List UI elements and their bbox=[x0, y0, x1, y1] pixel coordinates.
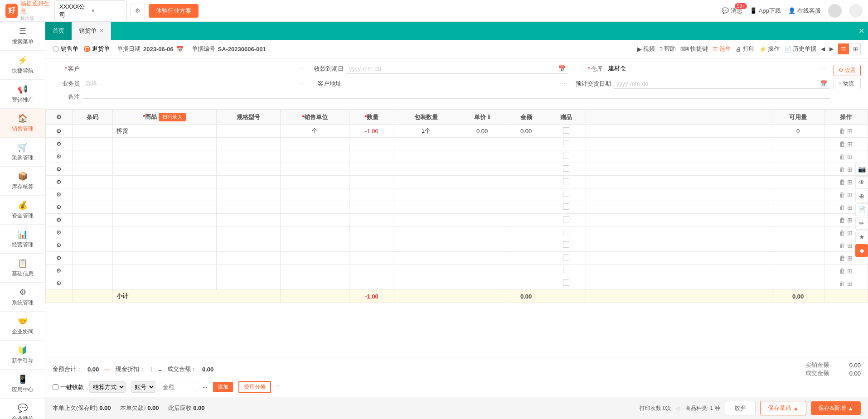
row-gift[interactable] bbox=[546, 265, 586, 277]
row-quantity[interactable] bbox=[349, 214, 394, 226]
copy-icon[interactable]: ⊞ bbox=[847, 166, 853, 173]
radio-return[interactable]: 退货单 bbox=[84, 45, 110, 53]
one-click-pay-checkbox[interactable]: 一键收款 bbox=[53, 383, 84, 391]
list-view-button[interactable]: ☰ bbox=[838, 43, 849, 54]
row-barcode[interactable] bbox=[73, 214, 112, 226]
delivery-date-input[interactable]: yyyy-mm-dd 📅 bbox=[614, 79, 830, 89]
row-notes[interactable] bbox=[586, 163, 772, 176]
row-quantity[interactable] bbox=[349, 239, 394, 252]
logistics-button[interactable]: + 物流 bbox=[834, 78, 861, 89]
help-button[interactable]: ? 帮助 bbox=[659, 45, 676, 53]
row-gift[interactable] bbox=[546, 201, 586, 214]
row-price[interactable] bbox=[458, 226, 506, 239]
row-unit[interactable] bbox=[281, 138, 349, 150]
customer-input[interactable]: ··· bbox=[82, 63, 307, 74]
row-unit[interactable] bbox=[281, 188, 349, 201]
company-selector[interactable]: XXXXX公司 ▾ bbox=[54, 0, 127, 21]
row-price[interactable] bbox=[458, 201, 506, 214]
row-pack-qty[interactable] bbox=[394, 226, 458, 239]
delete-icon[interactable]: 🗑 bbox=[839, 166, 845, 173]
row-spec[interactable] bbox=[216, 239, 281, 252]
row-spec[interactable] bbox=[216, 201, 281, 214]
row-notes[interactable] bbox=[586, 252, 772, 265]
row-settings-icon[interactable]: ⚙ bbox=[46, 201, 73, 214]
float-camera-button[interactable]: 📷 bbox=[855, 163, 868, 175]
delete-icon[interactable]: 🗑 bbox=[839, 191, 845, 198]
delete-icon[interactable]: 🗑 bbox=[839, 280, 845, 287]
copy-icon[interactable]: ⊞ bbox=[847, 242, 853, 249]
float-eye-button[interactable]: 👁 bbox=[855, 176, 868, 189]
row-unit[interactable] bbox=[281, 226, 349, 239]
sidebar-item-wechat[interactable]: 💬 企业微信 bbox=[0, 399, 45, 419]
row-spec[interactable] bbox=[216, 176, 281, 188]
message-button[interactable]: 💬 消息 99+ bbox=[722, 7, 742, 15]
row-quantity[interactable] bbox=[349, 226, 394, 239]
row-amount[interactable] bbox=[506, 252, 546, 265]
amount-input[interactable] bbox=[161, 382, 197, 392]
settings-button[interactable]: ⚙ 设置 bbox=[834, 65, 861, 76]
row-unit[interactable] bbox=[281, 277, 349, 290]
row-spec[interactable] bbox=[216, 163, 281, 176]
row-price[interactable] bbox=[458, 138, 506, 150]
row-price[interactable] bbox=[458, 214, 506, 226]
sidebar-item-basic[interactable]: 📋 基础信息 bbox=[0, 254, 45, 283]
add-payment-button[interactable]: 添加 bbox=[213, 382, 233, 392]
delete-icon[interactable]: 🗑 bbox=[839, 204, 845, 211]
row-amount[interactable] bbox=[506, 176, 546, 188]
customer-address-input[interactable]: ··· bbox=[344, 78, 568, 89]
row-gift[interactable] bbox=[546, 252, 586, 265]
row-product[interactable]: 拆货 bbox=[112, 125, 216, 138]
row-quantity[interactable] bbox=[349, 201, 394, 214]
sidebar-item-sales[interactable]: 🏠 销售管理 bbox=[0, 109, 45, 138]
row-quantity[interactable] bbox=[349, 163, 394, 176]
row-pack-qty[interactable] bbox=[394, 138, 458, 150]
select-button[interactable]: ☰ 选单 bbox=[713, 45, 731, 53]
avatar2[interactable] bbox=[849, 4, 863, 18]
copy-icon[interactable]: ⊞ bbox=[847, 127, 853, 135]
delete-icon[interactable]: 🗑 bbox=[839, 127, 845, 135]
row-gift[interactable] bbox=[546, 277, 586, 290]
remark-input[interactable] bbox=[82, 96, 830, 99]
row-barcode[interactable] bbox=[73, 125, 112, 138]
video-button[interactable]: ▶ 视频 bbox=[637, 45, 655, 53]
delete-icon[interactable]: 🗑 bbox=[839, 178, 845, 186]
calendar-icon[interactable]: 📅 bbox=[176, 46, 184, 53]
row-barcode[interactable] bbox=[73, 252, 112, 265]
row-quantity[interactable] bbox=[349, 277, 394, 290]
row-gift[interactable] bbox=[546, 214, 586, 226]
row-unit[interactable]: 个 bbox=[281, 125, 349, 138]
row-pack-qty[interactable] bbox=[394, 239, 458, 252]
radio-sales[interactable]: 销售单 bbox=[53, 45, 78, 53]
row-amount[interactable] bbox=[506, 239, 546, 252]
delete-icon[interactable]: 🗑 bbox=[839, 229, 845, 236]
scan-button[interactable]: 扫码录入 bbox=[159, 113, 186, 121]
sidebar-item-search[interactable]: ☰ 搜索菜单 bbox=[0, 22, 45, 51]
settings-icon[interactable]: ⚙ bbox=[131, 4, 145, 18]
row-price[interactable] bbox=[458, 239, 506, 252]
float-edit-button[interactable]: ✏ bbox=[855, 217, 868, 230]
warehouse-dots-icon[interactable]: ··· bbox=[821, 64, 827, 72]
address-dots-icon[interactable]: ··· bbox=[559, 79, 565, 87]
sidebar-item-shortcut[interactable]: ⚡ 快捷导航 bbox=[0, 51, 45, 80]
row-quantity[interactable] bbox=[349, 252, 394, 265]
payment-calendar-icon[interactable]: 📅 bbox=[558, 65, 566, 72]
row-unit[interactable] bbox=[281, 150, 349, 163]
sidebar-item-operations[interactable]: 📊 经营管理 bbox=[0, 225, 45, 254]
row-pack-qty[interactable] bbox=[394, 163, 458, 176]
row-unit[interactable] bbox=[281, 163, 349, 176]
row-notes[interactable] bbox=[586, 239, 772, 252]
salesperson-input[interactable]: 选择... ··· bbox=[82, 78, 307, 89]
row-amount[interactable] bbox=[506, 163, 546, 176]
row-unit[interactable] bbox=[281, 265, 349, 277]
row-settings-icon[interactable]: ⚙ bbox=[46, 150, 73, 163]
row-unit[interactable] bbox=[281, 252, 349, 265]
copy-icon[interactable]: ⊞ bbox=[847, 267, 853, 275]
prev-button[interactable]: ◀ bbox=[821, 46, 825, 52]
row-barcode[interactable] bbox=[73, 226, 112, 239]
row-notes[interactable] bbox=[586, 277, 772, 290]
row-settings-icon[interactable]: ⚙ bbox=[46, 163, 73, 176]
history-button[interactable]: 📄 历史单据 bbox=[784, 45, 816, 53]
row-product[interactable] bbox=[112, 265, 216, 277]
warehouse-input[interactable]: 建材仓 ··· bbox=[606, 63, 830, 74]
row-settings-icon[interactable]: ⚙ bbox=[46, 188, 73, 201]
